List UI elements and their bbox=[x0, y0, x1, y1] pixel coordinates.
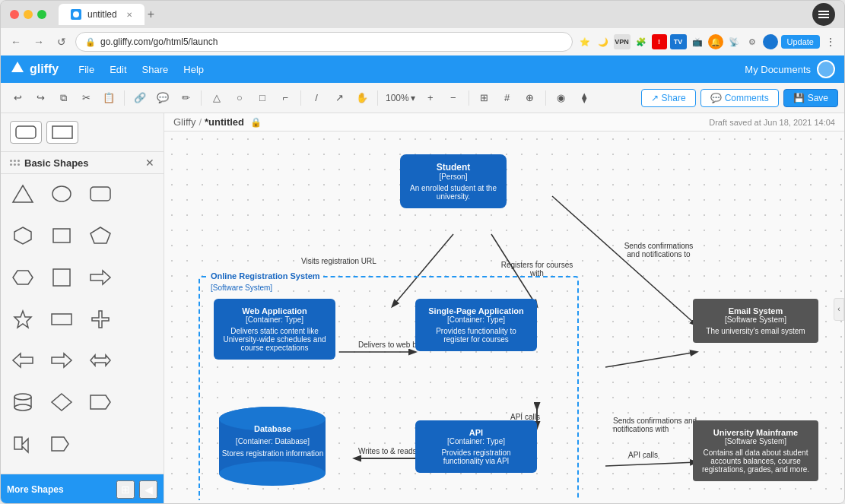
close-button[interactable] bbox=[10, 10, 19, 19]
preset-rect[interactable] bbox=[46, 121, 78, 144]
close-shapes-panel-icon[interactable]: ✕ bbox=[145, 157, 154, 169]
breadcrumb-root[interactable]: Gliffy bbox=[173, 116, 195, 128]
rect-tool[interactable]: □ bbox=[252, 87, 273, 109]
cut-button[interactable]: ✂ bbox=[75, 87, 97, 109]
shape-circle[interactable] bbox=[46, 180, 78, 208]
shape-double-arrow[interactable] bbox=[84, 347, 116, 374]
shape-rounded-rect[interactable] bbox=[84, 180, 116, 208]
shape-tall-rect[interactable] bbox=[46, 264, 78, 291]
zoom-control[interactable]: 100% ▾ bbox=[383, 93, 418, 103]
browser-settings-icon[interactable]: ⋮ bbox=[823, 34, 838, 49]
avatar-icon[interactable]: 👤 bbox=[763, 34, 778, 49]
email-node[interactable]: Email System [Software System] The unive… bbox=[693, 299, 818, 343]
star-icon[interactable]: ⭐ bbox=[577, 34, 592, 49]
collapse-sidebar-handle[interactable]: ‹ bbox=[834, 298, 844, 321]
hand-tool[interactable]: ✋ bbox=[351, 87, 373, 109]
shape-tag[interactable] bbox=[84, 388, 116, 416]
fill-button[interactable]: ◉ bbox=[551, 87, 572, 109]
svg-point-0 bbox=[73, 11, 79, 17]
update-button[interactable]: Update bbox=[781, 35, 820, 49]
comments-button[interactable]: 💬 Comments bbox=[700, 89, 779, 107]
drag-handle[interactable] bbox=[10, 160, 20, 166]
shape-pentagon[interactable] bbox=[84, 222, 116, 249]
shape-hexagon2[interactable] bbox=[7, 264, 39, 291]
shape-arrow-right[interactable] bbox=[84, 264, 116, 291]
new-tab-button[interactable]: + bbox=[148, 8, 154, 21]
shape-bent-arrow[interactable] bbox=[7, 430, 39, 458]
share-button[interactable]: ↗ Share bbox=[641, 89, 696, 107]
ext-icon-6[interactable]: ⚙ bbox=[745, 34, 760, 49]
save-button[interactable]: 💾 Save bbox=[783, 89, 838, 107]
triangle-tool[interactable]: △ bbox=[206, 87, 227, 109]
shape-diamond-wide[interactable] bbox=[46, 388, 78, 416]
paste-button[interactable]: 📋 bbox=[98, 87, 119, 109]
shape-hexagon[interactable] bbox=[7, 222, 39, 249]
database-node[interactable]: Database [Container: Database] Stores re… bbox=[214, 405, 332, 492]
shield-icon[interactable]: VPN bbox=[614, 34, 631, 49]
shape-right-arrow[interactable] bbox=[46, 347, 78, 374]
spa-node[interactable]: Single-Page Application [Container: Type… bbox=[415, 299, 537, 351]
menu-edit[interactable]: Edit bbox=[102, 55, 134, 83]
moon-icon[interactable]: 🌙 bbox=[596, 34, 611, 49]
lock-icon: 🔒 bbox=[85, 37, 96, 47]
browser-tab[interactable]: untitled ✕ bbox=[59, 4, 145, 25]
university-node[interactable]: University Mainframe [Software System] C… bbox=[693, 420, 818, 481]
my-documents-button[interactable]: My Documents bbox=[745, 60, 835, 78]
diagram-canvas[interactable]: Student [Person] An enrolled student at … bbox=[164, 132, 844, 500]
align-button[interactable]: ⊕ bbox=[519, 87, 541, 109]
menu-help[interactable]: Help bbox=[176, 55, 211, 83]
api-node[interactable]: API [Container: Type] Provides registrat… bbox=[415, 420, 537, 473]
database-cylinder-svg bbox=[214, 405, 332, 489]
tab-close-button[interactable]: ✕ bbox=[126, 11, 132, 19]
forward-button[interactable]: → bbox=[30, 33, 48, 51]
menu-share[interactable]: Share bbox=[135, 55, 176, 83]
save-icon: 💾 bbox=[793, 93, 805, 103]
copy-button[interactable]: ⧉ bbox=[52, 87, 74, 109]
shape-triangle[interactable] bbox=[7, 180, 39, 208]
shape-cylinder[interactable] bbox=[7, 388, 39, 416]
zoom-in-button[interactable]: + bbox=[420, 87, 441, 109]
link-button[interactable]: 🔗 bbox=[129, 87, 151, 109]
more-shapes-button[interactable]: More Shapes bbox=[7, 484, 116, 495]
browser-menu-icon[interactable] bbox=[812, 3, 835, 26]
ext-icon-2[interactable]: TV bbox=[670, 34, 687, 49]
shape-left-arrow[interactable] bbox=[7, 347, 39, 374]
undo-button[interactable]: ↩ bbox=[7, 87, 28, 109]
shape-star[interactable] bbox=[7, 306, 39, 333]
ext-icon-4[interactable]: 🔔 bbox=[708, 34, 723, 49]
maximize-button[interactable] bbox=[37, 10, 46, 19]
fit-button[interactable]: ⊞ bbox=[474, 87, 495, 109]
minimize-button[interactable] bbox=[24, 10, 33, 19]
sidebar-collapse-icon[interactable]: ◀ bbox=[139, 480, 157, 499]
back-button[interactable]: ← bbox=[7, 33, 25, 51]
ext-icon-3[interactable]: 📺 bbox=[690, 34, 705, 49]
webapp-node[interactable]: Web Application [Container: Type] Delive… bbox=[214, 299, 335, 360]
lock-icon[interactable]: 🔒 bbox=[250, 117, 262, 128]
shape-square[interactable] bbox=[46, 222, 78, 249]
shape-tab[interactable] bbox=[46, 430, 78, 458]
line-tool[interactable]: / bbox=[306, 87, 327, 109]
layers-button[interactable]: ⧫ bbox=[573, 87, 595, 109]
arrow-tool[interactable]: ↗ bbox=[329, 87, 350, 109]
student-node[interactable]: Student [Person] An enrolled student at … bbox=[400, 154, 507, 208]
grid-button[interactable]: # bbox=[497, 87, 518, 109]
zoom-dropdown-icon[interactable]: ▾ bbox=[411, 93, 415, 103]
path-tool[interactable]: ⌐ bbox=[275, 87, 296, 109]
refresh-button[interactable]: ↺ bbox=[52, 33, 71, 51]
circle-tool[interactable]: ○ bbox=[229, 87, 250, 109]
sidebar-layout-icon[interactable]: ⊞ bbox=[116, 480, 135, 499]
ext-icon-1[interactable]: ! bbox=[652, 34, 667, 49]
shape-plus[interactable] bbox=[84, 306, 116, 333]
pen-button[interactable]: ✏ bbox=[175, 87, 196, 109]
shape-small-rect[interactable] bbox=[46, 306, 78, 333]
svg-rect-1 bbox=[16, 126, 36, 138]
ext-icon-5[interactable]: 📡 bbox=[726, 34, 742, 49]
puzzle-icon[interactable]: 🧩 bbox=[634, 34, 649, 49]
address-bar[interactable]: 🔒 go.gliffy.com/go/html5/launch bbox=[75, 32, 573, 52]
comment-tool-button[interactable]: 💬 bbox=[152, 87, 173, 109]
zoom-out-button[interactable]: − bbox=[443, 87, 464, 109]
separator-1 bbox=[124, 90, 125, 106]
redo-button[interactable]: ↪ bbox=[30, 87, 51, 109]
menu-file[interactable]: File bbox=[71, 55, 102, 83]
preset-rounded-rect[interactable] bbox=[10, 121, 42, 144]
